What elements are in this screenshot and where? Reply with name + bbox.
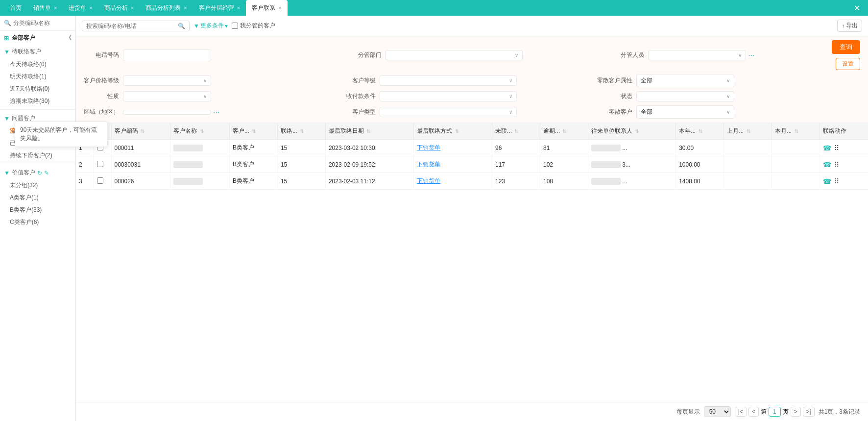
retail-attr-select[interactable]: 全部 ∨ (636, 74, 734, 87)
row-this-month (772, 173, 820, 190)
row-year-amount: 1408.00 (676, 173, 724, 190)
tab-purchase[interactable]: 进货单 × (63, 0, 98, 16)
action-contact-icon[interactable]: ☎ (823, 161, 831, 169)
sidebar-item-tomorrow[interactable]: 明天待联络(1) (0, 71, 75, 83)
row-last-method[interactable]: 下销货单 (414, 140, 492, 156)
sidebar-item-ungrouped[interactable]: 未分组(32) (0, 179, 75, 192)
tab-analysis-list[interactable]: 商品分析列表 × (140, 0, 193, 16)
row-actions[interactable]: ☎⠿ (820, 173, 868, 190)
filter-search-input[interactable] (86, 23, 178, 29)
status-select[interactable]: ∨ (636, 91, 734, 101)
sidebar-item-7days[interactable]: 近7天待联络(0) (0, 83, 75, 95)
tab-customer-tier-close[interactable]: × (237, 5, 240, 11)
chevron-down-icon5: ∨ (726, 78, 730, 83)
first-page-button[interactable]: |< (735, 407, 747, 417)
sort-icon-last-month[interactable]: ⇅ (747, 128, 750, 134)
group-value-title[interactable]: ▼ 价值客户 ↻ ✎ (0, 166, 75, 179)
row-last-method[interactable]: 下销货单 (414, 156, 492, 173)
sidebar-item-class-c[interactable]: C类客户(6) (0, 216, 75, 228)
page-label: 第 (761, 408, 767, 416)
row-index: 2 (76, 156, 94, 173)
content-area: 🔍 ▼ 更多条件 ▾ 我分管的客户 ↑ 导出 电话号码 (76, 16, 868, 421)
sidebar-search-input[interactable] (13, 20, 72, 26)
tab-home[interactable]: 首页 (4, 0, 27, 16)
my-customers-checkbox-area[interactable]: 我分管的客户 (232, 22, 275, 30)
prev-page-button[interactable]: < (748, 407, 759, 417)
payment-select[interactable]: ∨ (380, 91, 517, 101)
action-contact-icon[interactable]: ☎ (823, 177, 831, 185)
row-last-method[interactable]: 下销货单 (414, 173, 492, 190)
row-checkbox[interactable] (94, 173, 111, 190)
nature-select[interactable]: ∨ (123, 91, 211, 101)
tab-customer-contact-close[interactable]: × (278, 5, 281, 11)
row-actions[interactable]: ☎⠿ (820, 156, 868, 173)
retail-attr-label: 零散客户属性 (597, 76, 636, 85)
tab-analysis-list-close[interactable]: × (184, 5, 187, 11)
sidebar-item-class-a[interactable]: A类客户(1) (0, 192, 75, 204)
sort-icon-method[interactable]: ⇅ (455, 128, 459, 134)
row-code: 00030031 (111, 156, 170, 173)
refresh-icon[interactable]: ↻ (37, 170, 42, 176)
tab-customer-contact[interactable]: 客户联系 × (246, 0, 287, 16)
filter-search-button[interactable]: 🔍 (178, 23, 185, 29)
sort-icon-overdue[interactable]: ⇅ (562, 128, 566, 134)
sort-icon-this-month[interactable]: ⇅ (795, 128, 798, 134)
tab-sales[interactable]: 销售单 × (27, 0, 63, 16)
sort-icon-person[interactable]: ⇅ (635, 128, 639, 134)
row-checkbox[interactable] (94, 156, 111, 173)
last-page-button[interactable]: >| (803, 407, 815, 417)
all-customers-header[interactable]: ⊞ 全部客户 《 (0, 31, 75, 45)
collapse-icon[interactable]: 《 (66, 34, 72, 42)
export-button[interactable]: ↑ 导出 (837, 20, 862, 32)
dept-label: 分管部门 (346, 51, 386, 59)
window-close-button[interactable]: ✕ (850, 3, 864, 13)
sidebar-item-declining[interactable]: 持续下滑客户(2) (0, 149, 75, 162)
tab-analysis[interactable]: 商品分析 × (98, 0, 140, 16)
more-dots-1[interactable]: ··· (746, 51, 756, 60)
tab-analysis-close[interactable]: × (131, 5, 134, 11)
tab-customer-tier[interactable]: 客户分层经营 × (193, 0, 246, 16)
query-button[interactable]: 查询 (832, 40, 860, 54)
sidebar-item-today[interactable]: 今天待联络(0) (0, 58, 75, 71)
sort-icon-name[interactable]: ⇅ (200, 128, 204, 134)
sort-icon-type[interactable]: ⇅ (252, 128, 256, 134)
payment-label: 收付款条件 (340, 92, 380, 100)
sort-icon-year[interactable]: ⇅ (699, 128, 702, 134)
dept-select[interactable]: ∨ (386, 50, 523, 60)
row-contact-person: 3... (588, 156, 675, 173)
sidebar-search-icon: 🔍 (4, 20, 11, 26)
settings-button[interactable]: 设置 (836, 58, 860, 70)
row-overdue: 108 (540, 173, 588, 190)
tab-purchase-close[interactable]: × (89, 5, 92, 11)
row-code: 000026 (111, 173, 170, 190)
phone-input[interactable] (123, 50, 211, 61)
sidebar-item-class-b[interactable]: B类客户(33) (0, 204, 75, 216)
my-customers-checkbox[interactable] (232, 23, 238, 29)
price-tier-select[interactable]: ∨ (123, 75, 211, 86)
retail-customer-select[interactable]: 全部 ∨ (636, 105, 734, 119)
more-dots-2[interactable]: ··· (211, 108, 221, 117)
group-pending-title[interactable]: ▼ 待联络客户 (0, 45, 75, 58)
next-page-button[interactable]: > (791, 407, 801, 417)
action-more-icon[interactable]: ⠿ (834, 144, 839, 152)
col-last-date: 最后联络日期 ⇅ (325, 123, 413, 140)
per-page-select[interactable]: 50 100 (704, 406, 731, 417)
region-select[interactable] (123, 110, 211, 115)
row-uncontacted: 117 (492, 156, 540, 173)
row-contact-count: 15 (277, 156, 325, 173)
manager-select[interactable]: ∨ (648, 50, 746, 60)
sort-icon-contact[interactable]: ⇅ (300, 128, 304, 134)
customer-type-select[interactable]: ∨ (380, 107, 517, 117)
edit-icon[interactable]: ✎ (44, 170, 49, 176)
action-more-icon[interactable]: ⠿ (834, 177, 839, 185)
tab-sales-close[interactable]: × (54, 5, 57, 11)
sidebar-item-overdue[interactable]: 逾期未联络(30) (0, 95, 75, 107)
row-actions[interactable]: ☎⠿ (820, 140, 868, 156)
level-select[interactable]: ∨ (380, 75, 517, 86)
more-conditions-button[interactable]: ▼ 更多条件 ▾ (193, 22, 228, 30)
sort-icon-code[interactable]: ⇅ (141, 128, 145, 134)
sort-icon-uncontacted[interactable]: ⇅ (514, 128, 518, 134)
action-more-icon[interactable]: ⠿ (834, 161, 839, 169)
sort-icon-date[interactable]: ⇅ (366, 128, 370, 134)
action-contact-icon[interactable]: ☎ (823, 144, 831, 152)
